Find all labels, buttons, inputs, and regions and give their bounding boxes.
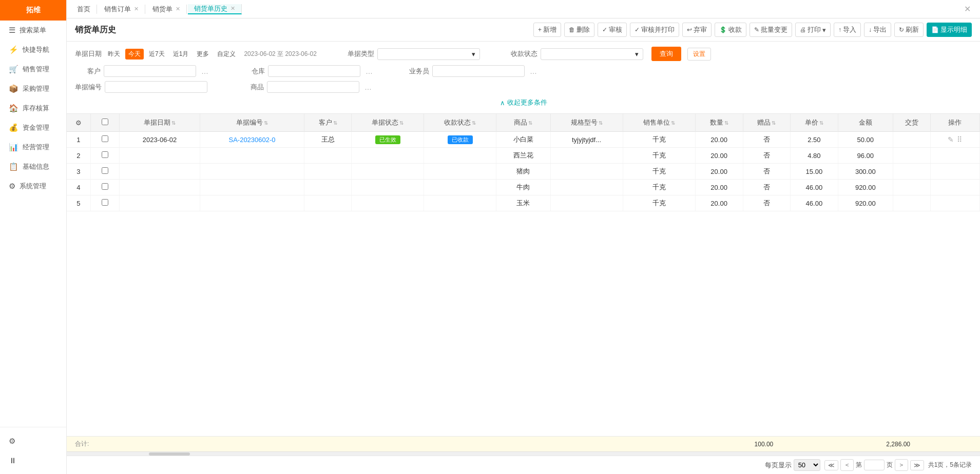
sidebar-item-quick-nav[interactable]: ⚡快捷导航 [0,40,66,60]
sidebar-item-sys-mgmt[interactable]: ⚙系统管理 [0,176,66,196]
last-page-button[interactable]: ≫ [910,460,924,470]
cell-checkbox[interactable] [90,180,119,195]
tab-sales-goods[interactable]: 销货单✕ [146,5,187,14]
goods-input[interactable] [267,81,359,93]
row-checkbox[interactable] [102,151,108,158]
settings-col-icon[interactable]: ⚙ [75,119,82,127]
tab-close-sales-history[interactable]: ✕ [230,5,235,12]
settings-button[interactable]: 设置 [687,48,711,61]
sidebar-item-basic-info[interactable]: 📋基础信息 [0,157,66,176]
first-page-button[interactable]: ≪ [824,460,838,470]
sidebar-item-bottom2[interactable]: ⏸ [0,451,66,470]
horizontal-scrollbar[interactable] [67,451,980,456]
filter-customer: 客户 … [75,65,208,77]
cell-doc-no[interactable] [200,164,304,180]
row-checkbox[interactable] [102,167,108,174]
doc-type-select[interactable]: ▾ [377,48,480,60]
row-checkbox[interactable] [102,135,108,142]
sidebar-item-search-menu[interactable]: ☰搜索菜单 [0,21,66,40]
cell-action[interactable] [930,148,979,164]
collect-status-select[interactable]: ▾ [541,48,643,60]
col-header-unit[interactable]: 销售单位⇅ [623,114,695,132]
cell-doc-no[interactable] [200,195,304,211]
cell-checkbox[interactable] [90,132,119,148]
tab-home[interactable]: 首页 [71,5,97,14]
date-tab-自定义[interactable]: 自定义 [214,49,239,60]
date-tab-近1月[interactable]: 近1月 [170,49,192,60]
cell-checkbox[interactable] [90,164,119,180]
row-checkbox[interactable] [102,183,108,190]
sidebar-item-sales-mgmt[interactable]: 🛒销售管理 [0,60,66,79]
col-header-goods[interactable]: 商品⇅ [496,114,550,132]
row-checkbox[interactable] [102,199,108,206]
date-tab-今天[interactable]: 今天 [125,49,144,60]
sidebar-item-bottom1[interactable]: ⚙ [0,431,66,451]
cell-action[interactable] [930,180,979,195]
next-page-button[interactable]: ＞ [895,459,908,471]
page-size-select[interactable]: 50100200 [794,459,820,471]
abandon-button[interactable]: ↩弃审 [682,23,712,37]
customer-picker-icon[interactable]: … [201,67,208,75]
collapse-more-btn[interactable]: ∧ 收起更多条件 [75,97,972,108]
collect-button[interactable]: 💲收款 [715,23,746,37]
edit-action-icon[interactable]: ✎ [948,135,954,144]
col-header-price[interactable]: 单价⇅ [790,114,838,132]
cell-checkbox[interactable] [90,148,119,164]
business-picker-icon[interactable]: … [530,67,537,75]
goods-picker-icon[interactable]: … [364,83,372,91]
select-all-checkbox[interactable] [102,118,108,125]
cell-doc-no[interactable] [200,148,304,164]
show-detail-button[interactable]: 📄显示明细 [927,23,972,37]
query-button[interactable]: 查询 [651,47,681,61]
warehouse-input[interactable] [268,65,360,77]
delete-icon: 🗑 [569,26,575,33]
print-button[interactable]: 🖨打印▾ [795,23,831,37]
cell-doc-no[interactable]: SA-20230602-0 [200,132,304,148]
chevron-down-icon: ▾ [472,50,475,58]
audit-print-button[interactable]: ✓审核并打印 [630,23,679,37]
doc-no-link[interactable]: SA-20230602-0 [228,136,275,144]
date-tab-昨天[interactable]: 昨天 [105,49,123,60]
tab-close-sales-goods[interactable]: ✕ [176,6,180,12]
import-button[interactable]: ↑导入 [834,23,861,37]
sidebar-item-finance[interactable]: 💰资金管理 [0,118,66,137]
new-button[interactable]: +新增 [533,23,561,37]
customer-input[interactable] [104,65,196,77]
window-close-button[interactable]: ✕ [959,4,976,14]
tab-sales-history[interactable]: 销货单历史✕ [188,4,242,14]
prev-page-button[interactable]: ＜ [840,459,854,471]
cell-checkbox[interactable] [90,195,119,211]
cell-action[interactable]: ✎⠿ [930,132,979,148]
delete-button[interactable]: 🗑删除 [564,23,594,37]
col-header-collect_status[interactable]: 收款状态⇅ [424,114,496,132]
docno-input[interactable] [105,81,207,93]
business-input[interactable] [432,65,525,77]
sidebar-item-operations[interactable]: 📊经营管理 [0,137,66,157]
col-header-gift[interactable]: 赠品⇅ [743,114,790,132]
cell-collect-status [424,180,496,195]
warehouse-picker-icon[interactable]: … [366,67,373,75]
date-tab-更多[interactable]: 更多 [194,49,212,60]
tab-close-sales-order[interactable]: ✕ [134,6,139,12]
col-header-doc_no[interactable]: 单据编号⇅ [200,114,304,132]
col-header-qty[interactable]: 数量⇅ [695,114,743,132]
col-header-spec[interactable]: 规格型号⇅ [550,114,623,132]
sidebar-item-purchase-mgmt[interactable]: 📦采购管理 [0,79,66,98]
tab-sales-order[interactable]: 销售订单✕ [98,5,145,14]
cell-action[interactable] [930,195,979,211]
page-number-input[interactable]: 1 [864,460,885,470]
audit-button[interactable]: ✓审核 [598,23,627,37]
abandon-label: 弃审 [694,25,707,34]
date-tab-近7天[interactable]: 近7天 [146,49,168,60]
batch-change-button[interactable]: ✎批量变更 [750,23,792,37]
sidebar-item-inventory[interactable]: 🏠库存核算 [0,98,66,118]
filter-collect-status: 收款状态 ▾ 查询 设置 [511,47,711,61]
col-header-doc_status[interactable]: 单据状态⇅ [352,114,424,132]
refresh-button[interactable]: ↻刷新 [894,23,924,37]
more-action-icon[interactable]: ⠿ [957,135,962,144]
cell-doc-no[interactable] [200,180,304,195]
export-button[interactable]: ↓导出 [864,23,891,37]
col-header-date[interactable]: 单据日期⇅ [119,114,200,132]
cell-action[interactable] [930,164,979,180]
col-header-customer[interactable]: 客户⇅ [304,114,352,132]
